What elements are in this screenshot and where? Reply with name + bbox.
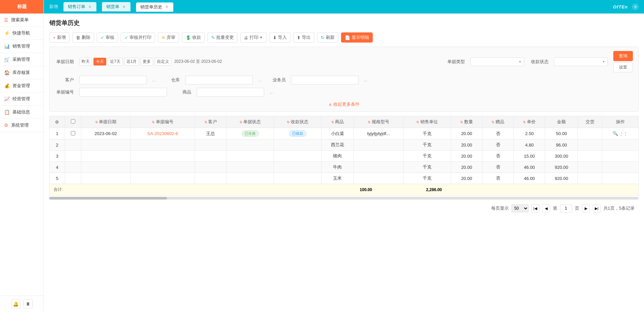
row-amount: 920.00	[545, 162, 578, 173]
row-action	[602, 139, 639, 151]
col-date[interactable]: ⇅ 单据日期	[81, 116, 130, 128]
export-button[interactable]: ⬆ 导出	[293, 32, 314, 43]
date-more-btn[interactable]: 更多	[140, 58, 153, 66]
prev-page-btn[interactable]: ◀	[542, 204, 550, 212]
purchase-icon: 🛒	[4, 57, 10, 62]
col-ordernum[interactable]: ⇅ 单据编号	[130, 116, 195, 128]
ordernum-input[interactable]	[79, 88, 167, 97]
date-1month-btn[interactable]: 近1月	[124, 58, 139, 66]
col-spec[interactable]: ⇅ 规格型号	[354, 116, 403, 128]
row-order-status	[226, 162, 274, 173]
print-button[interactable]: 🖨 打印 ▼	[240, 32, 267, 43]
row-ordernum[interactable]: SA-20230602-6	[130, 128, 195, 139]
date-today-btn[interactable]: 今天	[93, 58, 106, 66]
col-unit[interactable]: ⇅ 销售单位	[403, 116, 451, 128]
page-title: 销货单历史	[49, 19, 639, 27]
row-goods: 牛肉	[321, 162, 354, 173]
select-all-checkbox[interactable]	[71, 119, 75, 124]
view-action[interactable]: 🔍	[613, 131, 618, 136]
row-amount: 920.00	[545, 173, 578, 184]
sidebar-item-finance[interactable]: 💰 资金管理	[0, 79, 44, 93]
basic-icon: 📋	[4, 109, 10, 115]
col-qty[interactable]: ⇅ 数量	[451, 116, 482, 128]
batch-change-button[interactable]: ✎ 批量变更	[207, 32, 237, 43]
date-7days-btn[interactable]: 近7天	[108, 58, 123, 66]
first-page-btn[interactable]: |◀	[531, 204, 539, 212]
sidebar-item-search-menu[interactable]: ☰ 搜索菜单	[0, 14, 44, 27]
table-row: 3猪肉千克20.00否15.00300.00	[50, 151, 639, 162]
sidebar-item-purchase[interactable]: 🛒 采购管理	[0, 53, 44, 66]
goods-input[interactable]	[197, 88, 264, 97]
new-button[interactable]: + 新增	[49, 32, 69, 43]
query-button[interactable]: 查询	[613, 51, 633, 61]
date-custom-btn[interactable]: 自定义	[155, 58, 171, 66]
delete-button[interactable]: 🗑 删除	[72, 32, 94, 43]
row-pay-status	[274, 139, 321, 151]
col-order-status[interactable]: ⇅ 单据状态	[226, 116, 274, 128]
per-page-select[interactable]: 50 100	[511, 204, 529, 212]
sidebar-item-operations[interactable]: 📈 经营管理	[0, 93, 44, 106]
collect-button[interactable]: 💲 收款	[182, 32, 205, 43]
refresh-button[interactable]: ↻ 刷新	[317, 32, 338, 43]
customer-input[interactable]	[79, 76, 147, 84]
abandon-button[interactable]: ✕ 弃审	[158, 32, 179, 43]
col-settings[interactable]: ⚙	[50, 116, 65, 128]
tab-sales-goods[interactable]: 销货单 ✕	[102, 2, 131, 11]
salesperson-more-icon[interactable]: ...	[364, 78, 367, 82]
tab-sales-history-close[interactable]: ✕	[164, 5, 169, 9]
tab-sales-order-label: 销售订单	[68, 4, 85, 10]
settings-button[interactable]: 设置	[613, 62, 633, 72]
row-spec	[354, 139, 403, 151]
row-checkbox	[65, 151, 81, 162]
warehouse-more-icon[interactable]: ...	[258, 78, 261, 82]
col-goods[interactable]: ⇅ 商品	[321, 116, 354, 128]
pause-btn[interactable]: ⏸	[23, 299, 33, 309]
import-button[interactable]: ⬇ 导入	[269, 32, 290, 43]
col-gift[interactable]: ⇅ 赠品	[482, 116, 514, 128]
warehouse-input[interactable]	[185, 76, 253, 84]
tab-sales-goods-close[interactable]: ✕	[121, 4, 126, 9]
row-unit: 千克	[403, 128, 451, 139]
customer-more-icon[interactable]: ...	[152, 78, 156, 82]
tab-sales-order[interactable]: 销售订单 ✕	[63, 2, 96, 11]
next-page-btn[interactable]: ▶	[582, 204, 590, 212]
tab-home[interactable]: 新增	[49, 4, 58, 10]
date-yesterday-btn[interactable]: 昨天	[79, 58, 92, 66]
tab-sales-order-close[interactable]: ✕	[87, 4, 92, 9]
table-container: ⚙ ⇅ 单据日期 ⇅ 单据编号 ⇅ 客户 ⇅ 单据状态 ⇅ 收款状态 ⇅ 商品 …	[49, 116, 639, 184]
row-gift: 否	[482, 162, 514, 173]
notification-btn[interactable]: 🔔	[11, 299, 21, 309]
show-detail-button[interactable]: 📄 显示明细	[341, 32, 373, 43]
sidebar-item-sales[interactable]: 📊 销售管理	[0, 40, 44, 53]
sidebar-item-basic[interactable]: 📋 基础信息	[0, 106, 44, 119]
col-checkbox	[65, 116, 81, 128]
audit-print-button[interactable]: ✓ 审核并打印	[121, 32, 155, 43]
sidebar-item-label: 库存核算	[12, 70, 30, 76]
date-range: 2023-06-02 至 2023-06-02	[174, 59, 222, 64]
window-close-btn[interactable]: ✕	[632, 3, 639, 10]
col-customer[interactable]: ⇅ 客户	[195, 116, 226, 128]
row-checkbox[interactable]	[65, 128, 81, 139]
sidebar-item-quick-nav[interactable]: ⚡ 快捷导航	[0, 27, 44, 40]
top-bar-right: OfTEn ✕	[613, 3, 639, 10]
edit-action[interactable]: ⋮⋮	[619, 131, 628, 136]
salesperson-input[interactable]	[291, 76, 359, 84]
collapse-btn[interactable]: ∧ 收起更多条件	[329, 101, 360, 107]
goods-more-icon[interactable]: ...	[270, 90, 273, 95]
customer-filter-label: 客户	[55, 77, 74, 83]
order-link[interactable]: SA-20230602-6	[147, 131, 178, 136]
status-select[interactable]	[554, 57, 608, 66]
sidebar-item-inventory[interactable]: 🏠 库存核算	[0, 66, 44, 79]
audit-button[interactable]: ✓ 审核	[97, 32, 118, 43]
col-price[interactable]: ⇅ 单价	[514, 116, 545, 128]
page-input[interactable]	[560, 204, 572, 212]
last-page-btn[interactable]: ▶|	[593, 204, 601, 212]
row-gift: 否	[482, 139, 514, 151]
type-select[interactable]	[470, 57, 524, 66]
col-pay-status[interactable]: ⇅ 收款状态	[274, 116, 321, 128]
total-info: 共1页，5条记录	[604, 205, 635, 211]
sidebar-item-system[interactable]: ⚙ 系统管理	[0, 119, 44, 132]
tab-sales-history[interactable]: 销货单历史 ✕	[136, 2, 173, 12]
table-body: 12023-06-02SA-20230602-6王总已生效已收款小白菜tyjyt…	[50, 128, 639, 184]
row-num: 3	[50, 151, 65, 162]
